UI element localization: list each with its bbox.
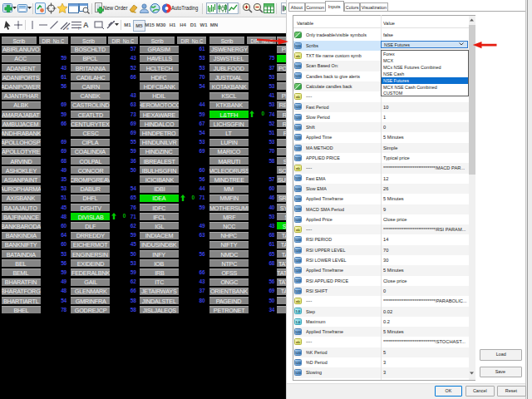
svg-text:e: e	[66, 26, 69, 30]
